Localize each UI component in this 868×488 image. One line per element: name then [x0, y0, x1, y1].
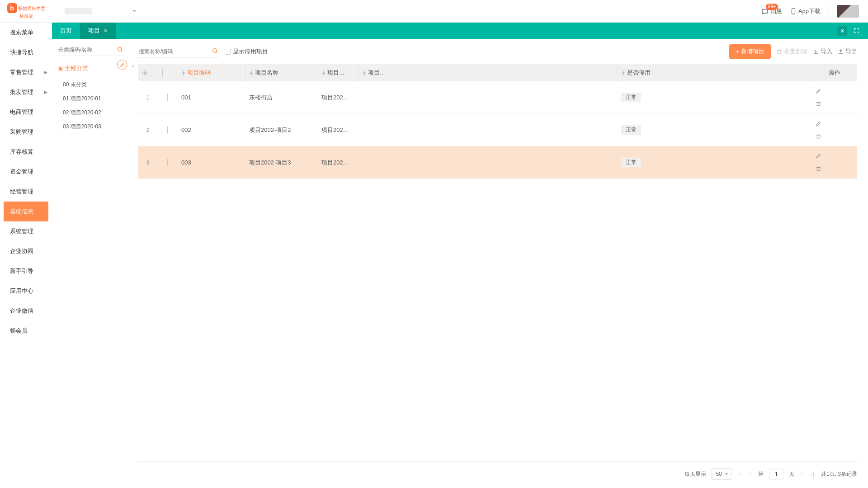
per-page-select[interactable]: 50	[712, 468, 731, 480]
chevron-down-icon	[132, 10, 136, 12]
add-project-label: 新增项目	[741, 47, 764, 56]
sidebar-item[interactable]: 采购管理	[0, 122, 52, 142]
import-icon	[813, 49, 819, 55]
col-code-header[interactable]: ▲▼项目编码	[178, 64, 245, 81]
col-ops-header: 操作	[812, 64, 857, 81]
col-name-label: 项目名称	[255, 69, 278, 76]
page-last-button[interactable]: ›|	[810, 471, 816, 477]
sidebar-item[interactable]: 基础信息	[4, 202, 48, 221]
svg-point-2	[118, 47, 122, 51]
sidebar-item[interactable]: 电商管理	[0, 102, 52, 122]
sidebar-item[interactable]: 企业协同	[0, 241, 52, 261]
search-icon[interactable]	[117, 47, 123, 53]
svg-rect-0	[762, 9, 768, 13]
page-prev-button[interactable]: ‹	[748, 471, 753, 477]
chevron-right-icon: ▶	[44, 90, 47, 94]
category-item[interactable]: 01 项目2020-01	[57, 92, 129, 106]
table-row[interactable]: 2002项目2002-项目2项目202...正常	[138, 114, 857, 146]
row-ops	[812, 81, 857, 114]
table-row[interactable]: 3003项目2002-项目3项目202...正常	[138, 146, 857, 179]
messages-button[interactable]: 99+ 消息	[761, 7, 782, 15]
row-status: 正常	[618, 114, 812, 146]
user-avatar[interactable]	[837, 5, 859, 18]
svg-rect-6	[778, 50, 781, 53]
svg-point-7	[144, 72, 146, 74]
page-input[interactable]	[769, 469, 783, 479]
category-search-input[interactable]	[57, 43, 125, 56]
page-next-button[interactable]: ›	[800, 471, 804, 477]
tab-bar: 首页 项目 ✕ ✕	[52, 23, 868, 39]
sidebar-item[interactable]: 零售管理▶	[0, 62, 52, 82]
sidebar-item[interactable]: 畅会员	[0, 321, 52, 341]
category-item[interactable]: 02 项目2020-02	[57, 106, 129, 120]
tab-close-all-button[interactable]: ✕	[837, 26, 847, 36]
svg-line-3	[121, 51, 123, 52]
sidebar-item[interactable]: 快捷导航	[0, 42, 52, 62]
category-panel: « ▣ 全部分类 00 未分类01 项目2020-0102 项目2020-020…	[52, 39, 133, 488]
page-prefix: 第	[758, 470, 764, 478]
row-delete-button[interactable]	[816, 101, 854, 107]
app-download-button[interactable]: App下载	[790, 7, 821, 15]
sidebar-item[interactable]: 搜索菜单	[0, 23, 52, 42]
project-search-input[interactable]	[138, 45, 219, 58]
tab-project-label: 项目	[88, 27, 100, 35]
row-index: 2	[138, 114, 158, 146]
sidebar-item[interactable]: 企业微信	[0, 301, 52, 321]
row-c3: 项目202...	[318, 146, 359, 179]
row-delete-button[interactable]	[816, 133, 854, 139]
col-name-header[interactable]: ▲▼项目名称	[245, 64, 318, 81]
row-name: 项目2002-项目2	[245, 114, 318, 146]
import-label: 导入	[821, 47, 832, 56]
gear-icon	[142, 70, 148, 76]
plus-icon: +	[736, 48, 739, 55]
category-edit-button[interactable]	[117, 60, 127, 70]
sidebar-item[interactable]: 资金管理	[0, 162, 52, 182]
tab-home[interactable]: 首页	[52, 23, 80, 39]
tab-project[interactable]: 项目 ✕	[80, 23, 116, 39]
company-selector[interactable]	[61, 6, 140, 16]
row-checkbox[interactable]	[158, 146, 178, 179]
col-c4-header[interactable]: ▲▼项目...	[359, 64, 618, 81]
row-name: 东楼街店	[245, 81, 318, 114]
row-edit-button[interactable]	[816, 153, 854, 159]
row-status: 正常	[618, 146, 812, 179]
sidebar-item[interactable]: 新手引导	[0, 261, 52, 281]
sidebar-item[interactable]: 经营管理	[0, 182, 52, 202]
per-page-value: 50	[716, 471, 722, 477]
row-name: 项目2002-项目3	[245, 146, 318, 179]
category-item[interactable]: 00 未分类	[57, 78, 129, 92]
content-area: « ▣ 全部分类 00 未分类01 项目2020-0102 项目2020-020…	[52, 39, 868, 488]
svg-rect-9	[817, 135, 820, 138]
main-panel: 显示停用项目 + 新增项目 批量删除 导入 导出	[133, 39, 868, 488]
row-checkbox[interactable]	[158, 114, 178, 146]
row-edit-button[interactable]	[816, 121, 854, 127]
col-c3-header[interactable]: ▲▼项目...	[318, 64, 359, 81]
row-index: 1	[138, 81, 158, 114]
show-disabled-label: 显示停用项目	[233, 47, 268, 56]
row-c3: 项目202...	[318, 114, 359, 146]
col-disabled-label: 是否停用	[627, 69, 651, 76]
table-settings-header[interactable]	[138, 64, 158, 81]
row-code: 002	[178, 114, 245, 146]
sidebar-item[interactable]: 应用中心	[0, 281, 52, 301]
tab-fullscreen-button[interactable]	[852, 26, 862, 36]
sidebar-item[interactable]: 批发管理▶	[0, 82, 52, 102]
import-button[interactable]: 导入	[813, 47, 832, 56]
show-disabled-checkbox[interactable]: 显示停用项目	[225, 47, 268, 56]
category-item[interactable]: 03 项目2020-03	[57, 120, 129, 134]
batch-delete-button[interactable]: 批量删除	[776, 47, 807, 56]
row-edit-button[interactable]	[816, 88, 854, 94]
col-disabled-header[interactable]: ▲▼是否停用	[618, 64, 812, 81]
export-button[interactable]: 导出	[838, 47, 857, 56]
phone-icon	[790, 8, 797, 15]
row-delete-button[interactable]	[816, 166, 854, 172]
add-project-button[interactable]: + 新增项目	[729, 44, 771, 59]
sidebar-item[interactable]: 系统管理	[0, 221, 52, 241]
sidebar-item[interactable]: 库存核算	[0, 142, 52, 162]
page-first-button[interactable]: |‹	[737, 471, 743, 477]
tab-close-icon[interactable]: ✕	[104, 28, 108, 34]
table-row[interactable]: 1001东楼街店项目202...正常	[138, 81, 857, 114]
search-icon[interactable]	[212, 48, 218, 54]
table-select-all-header[interactable]	[158, 64, 178, 81]
row-checkbox[interactable]	[158, 81, 178, 114]
